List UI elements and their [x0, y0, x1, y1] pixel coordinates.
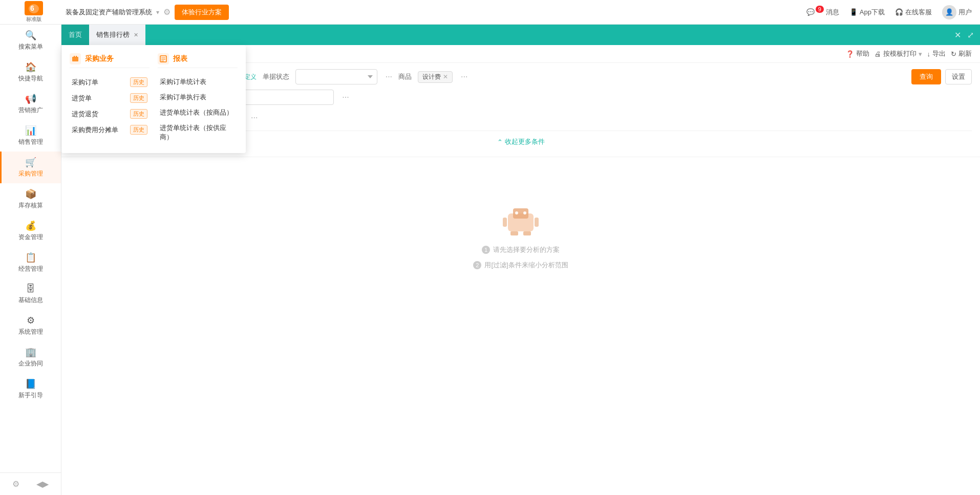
tab-close-icon[interactable]: ✕: [134, 32, 138, 38]
marketing-icon: 📢: [25, 93, 36, 104]
topbar-system: 装备及固定资产辅助管理系统 ▾ ⚙ 体验行业方案: [66, 5, 806, 20]
sidebar-label-inventory: 库存核算: [18, 201, 43, 210]
settings-button[interactable]: 设置: [945, 69, 972, 84]
sidebar-item-basic[interactable]: 🗄 基础信息: [0, 278, 61, 310]
dropdown-item-report-order-stat[interactable]: 采购订单统计表: [158, 74, 238, 90]
industry-btn[interactable]: 体验行业方案: [175, 5, 229, 20]
user-btn[interactable]: 👤 用户: [942, 5, 972, 19]
help-btn[interactable]: ❓ 帮助: [846, 49, 869, 58]
message-badge: 9: [816, 6, 824, 13]
dropdown-item-report-order-exec[interactable]: 采购订单执行表: [158, 90, 238, 105]
tabbar: 首页 销售排行榜 ✕ ✕ ⤢: [61, 25, 980, 45]
sidebar-item-operation[interactable]: 📋 经营管理: [0, 247, 61, 278]
empty-hint-2: 2 用[过滤]条件来缩小分析范围: [473, 261, 568, 270]
expense-history: 历史: [130, 125, 147, 135]
message-icon: 💬: [806, 8, 815, 16]
sidebar-item-finance[interactable]: 💰 资金管理: [0, 215, 61, 247]
sidebar-label-purchase: 采购管理: [18, 169, 43, 178]
dropdown-item-report-incoming-supplier[interactable]: 进货单统计表（按供应商）: [158, 120, 238, 145]
sidebar-settings-btn[interactable]: ⚙: [12, 479, 19, 489]
hint1-text: 请先选择要分析的方案: [493, 245, 560, 254]
topbar-right: 💬 9 消息 📱 App下载 🎧 在线客服 👤 用户: [806, 5, 972, 19]
sidebar-item-marketing[interactable]: 📢 营销推广: [0, 88, 61, 120]
system-name: 装备及固定资产辅助管理系统: [66, 8, 152, 17]
dropdown-item-incoming[interactable]: 进货单 历史: [70, 90, 150, 106]
sidebar-item-quick[interactable]: 🏠 快捷导航: [0, 56, 61, 88]
tab-home-label: 首页: [69, 30, 82, 39]
avatar-icon: 👤: [945, 8, 953, 16]
message-btn[interactable]: 💬 9 消息: [806, 8, 839, 17]
dropdown-item-purchase-order[interactable]: 采购订单 历史: [70, 74, 150, 90]
help-label: 帮助: [856, 49, 869, 58]
status-label: 单据状态: [263, 72, 289, 81]
report-order-stat-label: 采购订单统计表: [160, 77, 206, 87]
report-incoming-supplier-label: 进货单统计表（按供应商）: [160, 123, 236, 142]
dropdown-report-title: 报表: [158, 53, 238, 68]
svg-rect-7: [523, 231, 531, 235]
tab-sales-rank[interactable]: 销售排行榜 ✕: [89, 25, 145, 45]
hint2-num: 2: [473, 261, 481, 269]
salesman-input[interactable]: [231, 90, 334, 105]
sidebar-label-marketing: 营销推广: [18, 106, 43, 115]
tab-close-all-icon[interactable]: ✕: [952, 28, 963, 42]
sidebar-item-sales[interactable]: 📊 销售管理: [0, 120, 61, 152]
sidebar-label-system: 系统管理: [18, 328, 43, 336]
return-history: 历史: [130, 109, 147, 119]
sidebar-label-sales: 销售管理: [18, 138, 43, 146]
status-more-icon[interactable]: ···: [386, 72, 392, 81]
avatar: 👤: [942, 5, 956, 19]
sidebar-label-basic: 基础信息: [18, 296, 43, 305]
collapse-btn[interactable]: ⌃ 收起更多条件: [497, 133, 545, 150]
finance-icon: 💰: [25, 220, 36, 231]
export-btn[interactable]: ↓ 导出: [927, 49, 946, 58]
user-label: 用户: [958, 8, 972, 17]
tab-fullscreen-icon[interactable]: ⤢: [965, 28, 976, 42]
headset-icon: 🎧: [895, 8, 903, 16]
refresh-btn[interactable]: ↻ 刷新: [951, 49, 972, 58]
customer-more-icon[interactable]: ···: [251, 113, 258, 122]
salesman-more-icon[interactable]: ···: [342, 93, 349, 102]
purchase-order-label: 采购订单: [72, 78, 98, 87]
dropdown-item-report-incoming-goods[interactable]: 进货单统计表（按商品）: [158, 105, 238, 120]
goods-tag-text: 设计费: [422, 73, 441, 81]
sidebar-item-corp[interactable]: 🏢 企业协同: [0, 341, 61, 373]
online-service-btn[interactable]: 🎧 在线客服: [895, 8, 932, 17]
print-btn[interactable]: 🖨 按模板打印 ▾: [875, 49, 922, 58]
system-arrow-icon[interactable]: ▾: [156, 9, 159, 16]
sidebar: 🔍 搜索菜单 🏠 快捷导航 📢 营销推广 📊 销售管理 🛒 采购管理 📦 库存核…: [0, 25, 61, 495]
sidebar-item-inventory[interactable]: 📦 库存核算: [0, 183, 61, 215]
sidebar-item-newbie[interactable]: 📘 新手引导: [0, 373, 61, 405]
print-label: 按模板打印: [883, 49, 917, 58]
print-icon: 🖨: [875, 50, 881, 58]
app-download-btn[interactable]: 📱 App下载: [849, 8, 885, 17]
sidebar-item-purchase[interactable]: 🛒 采购管理: [0, 152, 61, 183]
incoming-label: 进货单: [72, 94, 92, 103]
svg-rect-10: [72, 57, 78, 61]
goods-tag: 设计费 ✕: [418, 71, 453, 83]
tab-home[interactable]: 首页: [61, 25, 89, 45]
query-button[interactable]: 查询: [911, 69, 941, 84]
message-label: 消息: [826, 8, 839, 17]
sidebar-label-quick: 快捷导航: [18, 74, 43, 83]
dropdown-report-col: 报表 采购订单统计表 采购订单执行表 进货单统计表（按商品） 进货单统计表（按供…: [158, 53, 238, 145]
goods-more-icon[interactable]: ···: [461, 72, 467, 81]
svg-text:6: 6: [30, 4, 34, 12]
purchase-order-history: 历史: [130, 77, 147, 87]
status-select[interactable]: [295, 69, 377, 84]
goods-tag-close-icon[interactable]: ✕: [443, 73, 448, 80]
search-icon: 🔍: [25, 30, 36, 41]
home-icon: 🏠: [25, 61, 36, 73]
dropdown-item-expense[interactable]: 采购费用分摊单 历史: [70, 122, 150, 138]
report-col-icon: [158, 53, 169, 64]
export-icon: ↓: [927, 50, 931, 58]
tab-sales-rank-label: 销售排行榜: [96, 30, 130, 39]
sidebar-collapse-btn[interactable]: ◀▶: [36, 479, 49, 489]
sidebar-item-system[interactable]: ⚙ 系统管理: [0, 310, 61, 341]
sidebar-item-search[interactable]: 🔍 搜索菜单: [0, 25, 61, 56]
dropdown-item-return[interactable]: 进货退货 历史: [70, 106, 150, 122]
topbar: 6 标准版 装备及固定资产辅助管理系统 ▾ ⚙ 体验行业方案 💬 9 消息 📱 …: [0, 0, 980, 25]
report-col-title-text: 报表: [173, 54, 187, 63]
empty-hint-1: 1 请先选择要分析的方案: [482, 245, 560, 254]
settings-icon[interactable]: ⚙: [163, 7, 171, 17]
incoming-history: 历史: [130, 93, 147, 103]
